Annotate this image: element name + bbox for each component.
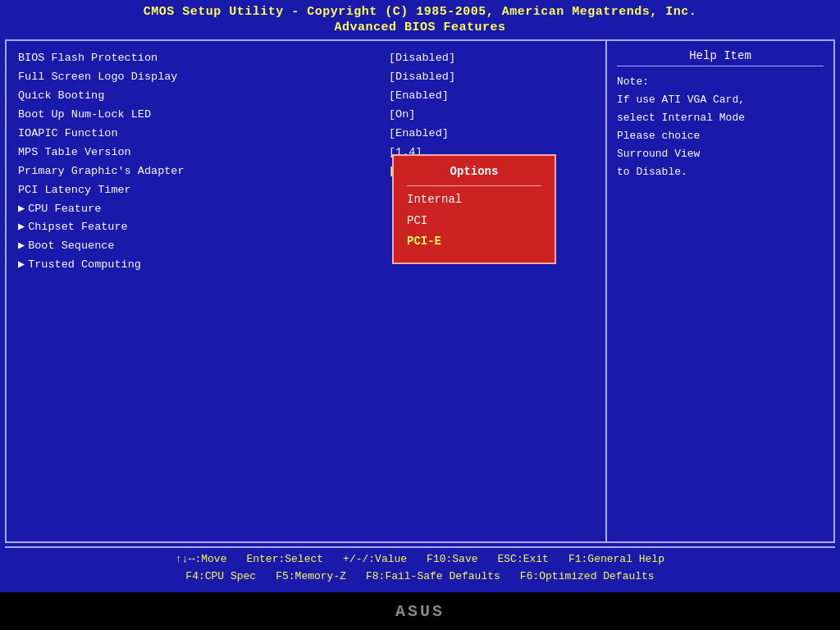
help-title: Help Item bbox=[617, 49, 824, 66]
menu-item-mps[interactable]: MPS Table Version bbox=[18, 144, 372, 162]
menu-item-pci-latency[interactable]: PCI Latency Timer bbox=[18, 181, 372, 200]
help-text: Note: If use ATI VGA Card, select Intern… bbox=[617, 73, 824, 182]
main-panel: BIOS Flash Protection Full Screen Logo D… bbox=[5, 39, 835, 543]
dropdown-option-internal[interactable]: Internal bbox=[407, 189, 541, 211]
header-line1: CMOS Setup Utility - Copyright (C) 1985-… bbox=[3, 5, 837, 19]
value-ioapic: [Enabled] bbox=[389, 125, 600, 144]
arrow-icon: ▶ bbox=[18, 200, 25, 219]
menu-item-ioapic[interactable]: IOAPIC Function bbox=[18, 125, 372, 144]
menu-item-numlock[interactable]: Boot Up Num-Lock LED bbox=[18, 106, 372, 125]
options-dropdown[interactable]: Options Internal PCI PCI-E bbox=[392, 154, 556, 264]
menu-item-boot-seq[interactable]: ▶ Boot Sequence bbox=[18, 237, 372, 256]
arrow-icon: ▶ bbox=[18, 218, 25, 237]
footer-key-f4: F4:CPU Spec bbox=[185, 568, 256, 586]
value-quick-boot: [Enabled] bbox=[389, 87, 600, 106]
dropdown-option-pci[interactable]: PCI bbox=[407, 211, 541, 232]
menu-item-chipset[interactable]: ▶ Chipset Feature bbox=[18, 218, 372, 237]
header-line2: Advanced BIOS Features bbox=[3, 21, 837, 34]
footer-key-move: ↑↓↔:Move bbox=[176, 551, 226, 568]
dropdown-option-pcie[interactable]: PCI-E bbox=[407, 231, 541, 253]
dropdown-title: Options bbox=[407, 162, 541, 186]
menu-item-trusted[interactable]: ▶ Trusted Computing bbox=[18, 256, 372, 275]
menu-item-bios-flash[interactable]: BIOS Flash Protection bbox=[18, 49, 372, 68]
menu-item-full-screen[interactable]: Full Screen Logo Display bbox=[18, 68, 372, 87]
brand-label: ASUS bbox=[395, 602, 445, 621]
footer-row2: F4:CPU Spec F5:Memory-Z F8:Fail-Safe Def… bbox=[11, 568, 829, 586]
menu-item-cpu-feature[interactable]: ▶ CPU Feature bbox=[18, 200, 372, 219]
arrow-icon: ▶ bbox=[18, 237, 25, 256]
footer-key-esc: ESC:Exit bbox=[498, 551, 549, 568]
brand-bar: ASUS bbox=[0, 592, 840, 630]
footer-key-value: +/-/:Value bbox=[343, 551, 407, 568]
footer: ↑↓↔:Move Enter:Select +/-/:Value F10:Sav… bbox=[5, 546, 835, 589]
footer-key-select: Enter:Select bbox=[246, 551, 323, 568]
help-panel: Help Item Note: If use ATI VGA Card, sel… bbox=[605, 41, 833, 541]
bios-header: CMOS Setup Utility - Copyright (C) 1985-… bbox=[0, 0, 840, 36]
menu-panel: BIOS Flash Protection Full Screen Logo D… bbox=[7, 41, 384, 541]
value-bios-flash: [Disabled] bbox=[389, 49, 600, 68]
menu-item-quick-boot[interactable]: Quick Booting bbox=[18, 87, 372, 106]
footer-key-f5: F5:Memory-Z bbox=[276, 568, 346, 586]
footer-key-f1: F1:General Help bbox=[568, 551, 664, 568]
menu-item-primary-graphic[interactable]: Primary Graphic's Adapter bbox=[18, 162, 372, 181]
footer-row1: ↑↓↔:Move Enter:Select +/-/:Value F10:Sav… bbox=[11, 551, 829, 568]
value-full-screen: [Disabled] bbox=[389, 68, 600, 87]
value-numlock: [On] bbox=[389, 106, 600, 125]
footer-key-f10: F10:Save bbox=[427, 551, 477, 568]
footer-key-f6: F6:Optimized Defaults bbox=[520, 568, 655, 586]
arrow-icon: ▶ bbox=[18, 256, 25, 275]
values-panel: [Disabled] [Disabled] [Enabled] [On] [En… bbox=[384, 41, 605, 541]
footer-key-f8: F8:Fail-Safe Defaults bbox=[366, 568, 500, 586]
